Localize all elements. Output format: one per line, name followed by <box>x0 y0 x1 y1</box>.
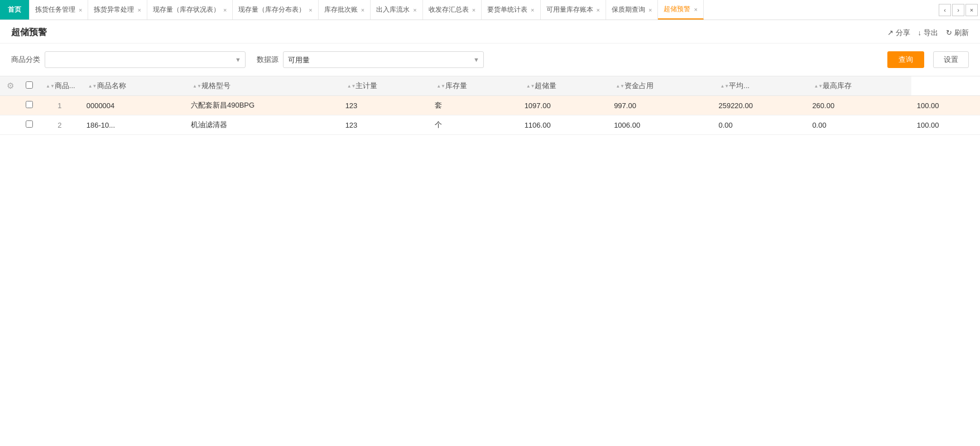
tab-tab9[interactable]: 可用量库存账本× <box>541 0 606 20</box>
col-code-header: ▲▼商品... <box>39 76 81 96</box>
col-gear-header: ⚙ <box>0 76 20 96</box>
row-unit: 套 <box>429 96 519 115</box>
tab-close-icon[interactable]: × <box>413 7 416 13</box>
datasource-filter: 数据源 可用量 ▼ <box>257 51 484 68</box>
tab-tab5[interactable]: 库存批次账× <box>319 0 371 20</box>
col-maxstock-header: ▲▼最高库存 <box>806 76 911 96</box>
sort-icon: ▲▼ <box>193 84 201 89</box>
export-icon: ↓ <box>918 28 922 37</box>
sort-icon: ▲▼ <box>720 84 729 89</box>
tab-close-icon[interactable]: × <box>648 7 652 13</box>
tab-close-icon[interactable]: × <box>137 7 141 13</box>
col-capital-header: ▲▼资金占用 <box>608 76 713 96</box>
tab-close-icon[interactable]: × <box>361 7 364 13</box>
row-overstock: 997.00 <box>608 96 713 115</box>
tab-label: 要货单统计表 <box>487 5 527 14</box>
row-code: 186-10... <box>81 115 185 135</box>
sort-icon: ▲▼ <box>347 84 356 89</box>
row-avg: 0.00 <box>806 115 911 135</box>
export-button[interactable]: ↓ 导出 <box>918 28 939 38</box>
nav-right-arrow[interactable]: › <box>952 4 964 16</box>
row-spec: 123 <box>340 115 430 135</box>
category-filter: 商品分类 ▼ <box>11 51 246 68</box>
row-code: 0000004 <box>81 96 185 115</box>
tab-tab3[interactable]: 现存量（库存状况表）× <box>147 0 233 20</box>
row-capital: 259220.00 <box>713 96 806 115</box>
row-unit: 个 <box>429 115 519 135</box>
tab-close-icon[interactable]: × <box>597 7 600 13</box>
share-button[interactable]: ↗ 分享 <box>887 28 910 38</box>
col-name-header: ▲▼商品名称 <box>81 76 185 96</box>
row-maxstock: 100.00 <box>911 96 980 115</box>
col-spec-header: ▲▼规格型号 <box>185 76 340 96</box>
row-num: 2 <box>39 115 81 135</box>
tab-label: 出入库流水 <box>376 5 410 14</box>
select-all-checkbox[interactable] <box>26 81 33 89</box>
export-label: 导出 <box>924 28 938 38</box>
row-name: 六配套新昌490BPG <box>185 96 340 115</box>
settings-button[interactable]: 设置 <box>933 51 969 68</box>
tab-label: 拣货任务管理 <box>35 5 75 14</box>
refresh-icon: ↻ <box>946 28 952 37</box>
row-num: 1 <box>39 96 81 115</box>
tab-label: 保质期查询 <box>612 5 645 14</box>
table-wrap: ⚙ ▲▼商品... ▲▼商品名称 ▲▼规格型号 ▲▼主计量 <box>0 76 980 135</box>
row-checkbox[interactable] <box>26 101 33 108</box>
query-button[interactable]: 查询 <box>887 51 924 68</box>
tab-tab7[interactable]: 收发存汇总表× <box>423 0 482 20</box>
col-unit-header: ▲▼主计量 <box>340 76 430 96</box>
filter-bar: 商品分类 ▼ 数据源 可用量 ▼ 查询 设置 <box>0 43 980 76</box>
tab-label: 库存批次账 <box>324 5 358 14</box>
refresh-label: 刷新 <box>954 28 969 38</box>
tab-label: 现存量（库存分布表） <box>238 5 305 14</box>
datasource-select-wrap: 可用量 ▼ <box>283 51 484 68</box>
tab-tab1[interactable]: 拣货任务管理× <box>30 0 88 20</box>
tab-tab2[interactable]: 拣货异常处理× <box>88 0 147 20</box>
home-label: 首页 <box>8 5 21 14</box>
tab-close-icon[interactable]: × <box>531 7 534 13</box>
data-table: ⚙ ▲▼商品... ▲▼商品名称 ▲▼规格型号 ▲▼主计量 <box>0 76 980 135</box>
nav-close-arrow[interactable]: × <box>965 4 978 16</box>
category-select[interactable] <box>45 51 246 68</box>
table-header-row: ⚙ ▲▼商品... ▲▼商品名称 ▲▼规格型号 ▲▼主计量 <box>0 76 980 96</box>
sort-icon: ▲▼ <box>436 84 445 89</box>
row-checkbox[interactable] <box>26 120 33 128</box>
tab-tab10[interactable]: 保质期查询× <box>606 0 658 20</box>
row-avg: 260.00 <box>806 96 911 115</box>
tab-close-icon[interactable]: × <box>694 6 697 13</box>
table-row: 2 186-10... 机油滤清器 123 个 1106.00 1006.00 … <box>0 115 980 135</box>
tab-close-icon[interactable]: × <box>223 7 227 13</box>
tab-label: 拣货异常处理 <box>94 5 134 14</box>
datasource-select[interactable]: 可用量 <box>283 51 484 68</box>
nav-left-arrow[interactable]: ‹ <box>939 4 951 16</box>
row-checkbox-cell <box>20 96 39 115</box>
share-icon: ↗ <box>887 28 893 37</box>
tab-tab11[interactable]: 超储预警× <box>658 0 703 20</box>
tab-tab4[interactable]: 现存量（库存分布表）× <box>233 0 318 20</box>
page-title: 超储预警 <box>11 27 47 38</box>
sort-icon: ▲▼ <box>46 84 55 89</box>
tab-close-icon[interactable]: × <box>309 7 312 13</box>
sort-icon: ▲▼ <box>88 84 97 89</box>
sort-icon: ▲▼ <box>814 84 823 89</box>
tab-tab8[interactable]: 要货单统计表× <box>482 0 540 20</box>
refresh-button[interactable]: ↻ 刷新 <box>946 28 969 38</box>
sort-icon: ▲▼ <box>526 84 535 89</box>
col-stock-header: ▲▼库存量 <box>429 76 519 96</box>
home-tab[interactable]: 首页 <box>0 0 30 20</box>
col-avg-header: ▲▼平均... <box>713 76 806 96</box>
page-content: 超储预警 ↗ 分享 ↓ 导出 ↻ 刷新 商品分类 ▼ <box>0 20 980 446</box>
col-check-header <box>20 76 39 96</box>
category-select-wrap: ▼ <box>45 51 246 68</box>
row-maxstock: 100.00 <box>911 115 980 135</box>
topbar: 首页 拣货任务管理×拣货异常处理×现存量（库存状况表）×现存量（库存分布表）×库… <box>0 0 980 20</box>
tab-label: 收发存汇总表 <box>429 5 469 14</box>
tab-close-icon[interactable]: × <box>472 7 475 13</box>
share-label: 分享 <box>896 28 910 38</box>
category-label: 商品分类 <box>11 55 40 65</box>
nav-arrows: ‹ › × <box>936 4 980 16</box>
row-stock: 1106.00 <box>519 115 609 135</box>
table-gear-icon[interactable]: ⚙ <box>7 81 14 90</box>
tab-close-icon[interactable]: × <box>79 7 82 13</box>
tab-tab6[interactable]: 出入库流水× <box>371 0 422 20</box>
